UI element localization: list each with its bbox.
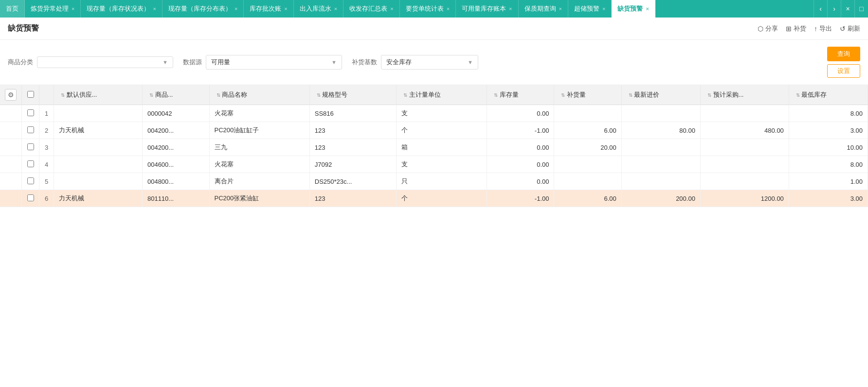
close-tab-available[interactable]: × bbox=[509, 6, 512, 12]
row-check-1 bbox=[22, 122, 39, 139]
category-filter-group: 商品分类 ▼ bbox=[8, 56, 173, 68]
settings-button[interactable]: 设置 bbox=[827, 64, 860, 78]
close-tab-batch-account[interactable]: × bbox=[284, 6, 287, 12]
share-button[interactable]: ⬡ 分享 bbox=[758, 24, 778, 33]
row-stock-5: -1.00 bbox=[487, 190, 554, 207]
row-est-purchase-1: 480.00 bbox=[700, 122, 789, 139]
row-checkbox-1[interactable] bbox=[27, 126, 34, 133]
table-header-row: ⚙ ⇅ 默认供应... ⇅ 商品... ⇅ bbox=[0, 85, 868, 105]
close-tab-inventory-dist[interactable]: × bbox=[235, 6, 237, 12]
header-actions: ⬡ 分享 ⊞ 补货 ↑ 导出 ↺ 刷新 bbox=[758, 24, 860, 33]
close-tab-inventory-status[interactable]: × bbox=[153, 6, 156, 12]
sort-icon-min-stock: ⇅ bbox=[796, 92, 800, 98]
page-title: 缺货预警 bbox=[8, 23, 758, 34]
nav-prev-button[interactable]: ‹ bbox=[814, 0, 827, 18]
sort-icon-stock: ⇅ bbox=[494, 92, 498, 98]
tab-batch-account[interactable]: 库存批次账 × bbox=[244, 0, 293, 18]
filter-actions: 查询 设置 bbox=[827, 47, 860, 78]
row-num-4: 5 bbox=[39, 173, 54, 190]
row-check-5 bbox=[22, 190, 39, 207]
row-gear-4 bbox=[0, 173, 22, 190]
row-stock-2: 0.00 bbox=[487, 139, 554, 156]
row-gear-3 bbox=[0, 156, 22, 173]
close-tab-req-stat[interactable]: × bbox=[447, 6, 450, 12]
tab-req-stat[interactable]: 要货单统计表 × bbox=[400, 0, 456, 18]
row-num-3: 4 bbox=[39, 156, 54, 173]
tab-abnormal[interactable]: 炼货异常处理 × bbox=[25, 0, 81, 18]
row-latest-price-1: 80.00 bbox=[621, 122, 700, 139]
row-check-0 bbox=[22, 105, 39, 122]
row-replenish-5: 6.00 bbox=[554, 190, 621, 207]
close-tab-overstock[interactable]: × bbox=[602, 6, 605, 12]
row-min-stock-0: 8.00 bbox=[789, 105, 868, 122]
row-est-purchase-0 bbox=[700, 105, 789, 122]
base-label: 补货基数 bbox=[352, 58, 377, 67]
table-row: 4 004600... 火花塞 J7092 支 0.00 8.00 bbox=[0, 156, 868, 173]
table-gear-icon[interactable]: ⚙ bbox=[5, 89, 17, 101]
export-icon: ↑ bbox=[814, 25, 817, 33]
col-header-gear: ⚙ bbox=[0, 85, 22, 105]
query-button[interactable]: 查询 bbox=[827, 47, 860, 61]
row-gear-0 bbox=[0, 105, 22, 122]
tab-shortage[interactable]: 缺货预警 × bbox=[612, 0, 655, 18]
row-checkbox-4[interactable] bbox=[27, 177, 34, 184]
row-product-name-1: PC200油缸缸子 bbox=[209, 122, 309, 139]
base-value: 安全库存 bbox=[386, 58, 412, 67]
row-est-purchase-2 bbox=[700, 139, 789, 156]
datasource-dropdown-icon: ▼ bbox=[331, 59, 337, 65]
row-supplier-2 bbox=[54, 139, 143, 156]
sort-icon-supplier: ⇅ bbox=[61, 92, 65, 98]
datasource-filter-group: 数据源 可用量 ▼ bbox=[183, 55, 342, 70]
tab-available[interactable]: 可用量库存账本 × bbox=[456, 0, 518, 18]
sort-icon-latest-price: ⇅ bbox=[629, 92, 633, 98]
nav-next-button[interactable]: › bbox=[827, 0, 841, 18]
tab-overstock[interactable]: 超储预警 × bbox=[568, 0, 612, 18]
col-header-min-stock: ⇅ 最低库存 bbox=[789, 85, 868, 105]
row-gear-5 bbox=[0, 190, 22, 207]
row-checkbox-3[interactable] bbox=[27, 160, 34, 167]
category-select[interactable]: ▼ bbox=[37, 56, 173, 68]
row-latest-price-4 bbox=[621, 173, 700, 190]
tab-home[interactable]: 首页 bbox=[0, 0, 25, 18]
close-tab-abnormal[interactable]: × bbox=[72, 6, 74, 12]
row-est-purchase-4 bbox=[700, 173, 789, 190]
row-product-name-2: 三九 bbox=[209, 139, 309, 156]
row-spec-2: 123 bbox=[309, 139, 397, 156]
row-supplier-4 bbox=[54, 173, 143, 190]
replenish-button[interactable]: ⊞ 补货 bbox=[786, 24, 806, 33]
export-button[interactable]: ↑ 导出 bbox=[814, 24, 832, 33]
category-dropdown-icon: ▼ bbox=[163, 59, 168, 65]
close-tab-shortage[interactable]: × bbox=[646, 6, 649, 12]
close-tab-flow[interactable]: × bbox=[334, 6, 337, 12]
data-table: ⚙ ⇅ 默认供应... ⇅ 商品... ⇅ bbox=[0, 85, 868, 207]
datasource-select[interactable]: 可用量 ▼ bbox=[206, 55, 342, 70]
row-checkbox-5[interactable] bbox=[27, 194, 34, 201]
tab-inventory-dist[interactable]: 现存量（库存分布表） × bbox=[163, 0, 244, 18]
nav-close-button[interactable]: × bbox=[841, 0, 854, 18]
row-product-code-2: 004200... bbox=[142, 139, 209, 156]
replenish-icon: ⊞ bbox=[786, 25, 792, 33]
col-header-supplier: ⇅ 默认供应... bbox=[54, 85, 143, 105]
sort-icon-product-name: ⇅ bbox=[217, 92, 220, 98]
close-tab-collect[interactable]: × bbox=[390, 6, 393, 12]
row-latest-price-2 bbox=[621, 139, 700, 156]
tab-collect[interactable]: 收发存汇总表 × bbox=[344, 0, 399, 18]
nav-expand-button[interactable]: □ bbox=[854, 0, 868, 18]
tab-expiry[interactable]: 保质期查询 × bbox=[519, 0, 568, 18]
close-tab-expiry[interactable]: × bbox=[559, 6, 562, 12]
base-select[interactable]: 安全库存 ▼ bbox=[381, 55, 478, 70]
select-all-checkbox[interactable] bbox=[27, 91, 34, 98]
row-checkbox-0[interactable] bbox=[27, 109, 34, 116]
sort-icon-product-code: ⇅ bbox=[149, 92, 153, 98]
row-product-code-3: 004600... bbox=[142, 156, 209, 173]
tab-flow[interactable]: 出入库流水 × bbox=[294, 0, 344, 18]
tab-inventory-status[interactable]: 现存量（库存状况表） × bbox=[81, 0, 162, 18]
row-checkbox-2[interactable] bbox=[27, 143, 34, 150]
row-supplier-5: 力天机械 bbox=[54, 190, 143, 207]
refresh-button[interactable]: ↺ 刷新 bbox=[840, 24, 860, 33]
row-product-name-3: 火花塞 bbox=[209, 156, 309, 173]
row-spec-1: 123 bbox=[309, 122, 397, 139]
category-label: 商品分类 bbox=[8, 58, 33, 67]
datasource-value: 可用量 bbox=[211, 58, 230, 67]
row-stock-4: 0.00 bbox=[487, 173, 554, 190]
